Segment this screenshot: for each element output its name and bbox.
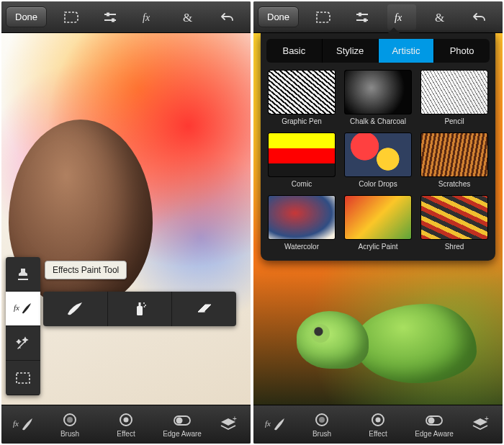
fx-item-label: Scratches: [438, 180, 470, 188]
fx-tab-photo[interactable]: Photo: [434, 39, 490, 63]
fx-item-shred[interactable]: Shred: [419, 195, 490, 251]
screen-right: Done fx & BasicStylizeArt: [253, 1, 503, 444]
fx-item-chalk-charcoal[interactable]: Chalk & Charcoal: [343, 70, 413, 125]
fx-brush-mode-icon[interactable]: fx: [258, 416, 294, 433]
svg-text:&: &: [435, 11, 444, 24]
fx-thumbnail: [344, 70, 412, 114]
svg-text:fx: fx: [13, 419, 19, 428]
fx-thumbnail: [420, 195, 488, 240]
fx-thumbnail: [344, 195, 412, 240]
fx-item-label: Watercolor: [284, 243, 319, 251]
svg-rect-7: [139, 302, 141, 306]
svg-point-15: [124, 418, 129, 423]
fx-panel: BasicStylizeArtisticPhoto Graphic PenCha…: [261, 33, 495, 261]
fx-thumbnail: [420, 132, 488, 177]
topbar: Done fx &: [1, 1, 251, 33]
fx-item-label: Acrylic Paint: [358, 243, 397, 251]
fx-item-graphic-pen[interactable]: Graphic Pen: [266, 70, 337, 125]
svg-text:fx: fx: [14, 303, 19, 312]
topbar: Done fx &: [253, 1, 503, 33]
fx-effects-grid: Graphic PenChalk & CharcoalPencilComicCo…: [266, 70, 490, 251]
adjust-icon[interactable]: [348, 4, 377, 30]
selection-icon[interactable]: [309, 4, 338, 30]
svg-point-10: [144, 306, 145, 307]
fx-panel-pointer-icon: [387, 27, 400, 34]
undo-icon[interactable]: [213, 4, 242, 30]
effect-button[interactable]: Effect: [350, 411, 406, 438]
fx-thumbnail: [344, 132, 412, 177]
stamp-tool[interactable]: [6, 257, 40, 292]
brush-options: [43, 292, 236, 326]
edge-aware-label: Edge Aware: [163, 430, 202, 438]
effect-button[interactable]: Effect: [98, 411, 154, 438]
svg-text:fx: fx: [143, 12, 150, 23]
svg-rect-5: [17, 373, 30, 383]
fx-item-color-drops[interactable]: Color Drops: [343, 132, 413, 188]
fx-item-scratches[interactable]: Scratches: [419, 132, 490, 188]
svg-point-25: [319, 417, 325, 423]
brush-button[interactable]: Brush: [42, 411, 98, 438]
svg-text:fx: fx: [395, 12, 402, 23]
top-toolbar: fx &: [53, 4, 246, 30]
svg-text:&: &: [183, 11, 192, 24]
fx-item-label: Pencil: [444, 117, 464, 125]
brush-eraser-icon[interactable]: [172, 292, 236, 326]
bottom-toolbar: fx Brush Effect Edge Aware +: [253, 405, 503, 444]
done-button[interactable]: Done: [258, 6, 299, 27]
chameleon-subject: [297, 275, 484, 390]
brush-label: Brush: [312, 430, 331, 438]
fx-brush-mode-icon[interactable]: fx: [6, 416, 42, 433]
fx-icon[interactable]: fx: [135, 4, 164, 30]
brush-spray-icon[interactable]: [108, 292, 173, 326]
svg-rect-19: [359, 12, 361, 16]
svg-text:+: +: [485, 416, 489, 423]
fx-tab-artistic[interactable]: Artistic: [379, 39, 435, 63]
ampersand-icon[interactable]: &: [426, 4, 455, 30]
svg-text:fx: fx: [265, 419, 271, 428]
undo-icon[interactable]: [465, 4, 494, 30]
svg-rect-20: [364, 18, 366, 22]
fx-item-pencil[interactable]: Pencil: [419, 70, 490, 125]
brush-button[interactable]: Brush: [294, 411, 350, 438]
top-toolbar: fx &: [305, 4, 498, 30]
fx-item-label: Graphic Pen: [282, 117, 322, 125]
brush-label: Brush: [60, 430, 79, 438]
svg-point-8: [143, 302, 145, 304]
fx-paint-tool[interactable]: fx: [6, 292, 40, 326]
edge-aware-button[interactable]: Edge Aware: [154, 411, 210, 438]
fx-item-comic[interactable]: Comic: [266, 132, 337, 188]
fx-tabs: BasicStylizeArtisticPhoto: [266, 39, 490, 63]
layers-icon[interactable]: +: [210, 416, 246, 433]
svg-point-13: [67, 417, 73, 423]
done-button[interactable]: Done: [6, 6, 47, 27]
svg-rect-1: [112, 18, 114, 22]
fx-thumbnail: [420, 70, 488, 114]
edge-aware-button[interactable]: Edge Aware: [406, 411, 462, 438]
fx-item-label: Color Drops: [359, 180, 397, 188]
fx-icon[interactable]: fx: [387, 4, 416, 30]
fx-item-watercolor[interactable]: Watercolor: [266, 195, 337, 251]
svg-point-29: [428, 418, 435, 424]
layers-icon[interactable]: +: [462, 416, 498, 433]
svg-point-17: [176, 418, 183, 424]
selection-icon[interactable]: [57, 4, 86, 30]
fx-item-acrylic-paint[interactable]: Acrylic Paint: [343, 195, 413, 251]
fx-tab-stylize[interactable]: Stylize: [323, 39, 379, 63]
edge-aware-label: Edge Aware: [415, 430, 454, 438]
effect-label: Effect: [369, 430, 387, 438]
svg-rect-0: [107, 12, 109, 16]
ampersand-icon[interactable]: &: [174, 4, 203, 30]
svg-point-9: [145, 305, 146, 306]
magic-wand-tool[interactable]: [6, 326, 40, 361]
svg-rect-6: [137, 306, 143, 315]
fx-item-label: Comic: [292, 180, 312, 188]
effect-label: Effect: [117, 430, 135, 438]
svg-point-27: [376, 418, 381, 423]
fx-thumbnail: [268, 195, 336, 240]
adjust-icon[interactable]: [96, 4, 125, 30]
fx-tab-basic[interactable]: Basic: [266, 39, 323, 63]
side-tool-palette: fx: [6, 257, 40, 395]
marquee-tool[interactable]: [6, 361, 40, 395]
tool-tooltip: Effects Paint Tool: [45, 261, 127, 279]
brush-paint-icon[interactable]: [43, 292, 108, 326]
